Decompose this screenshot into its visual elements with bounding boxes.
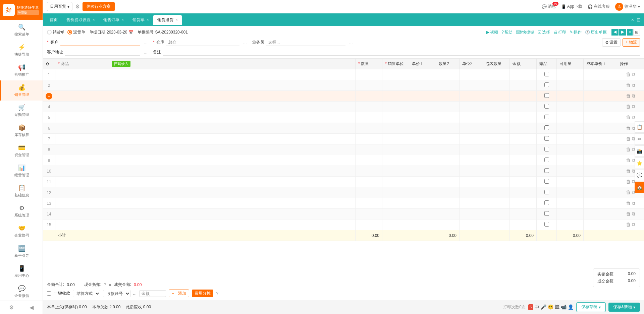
tab-home[interactable]: 首页 bbox=[46, 15, 62, 25]
copy-icon-3[interactable]: ⧉ bbox=[632, 93, 635, 99]
sidebar-item-apps[interactable]: 📱 应用中心 bbox=[0, 261, 43, 281]
imtool-mic[interactable]: 🎤 bbox=[541, 304, 546, 310]
tab-price-settings-close[interactable]: × bbox=[93, 18, 95, 22]
delete-icon-1[interactable]: 🗑 bbox=[626, 72, 631, 77]
th-gear[interactable]: ⚙ bbox=[43, 59, 55, 69]
gift-checkbox-1[interactable] bbox=[544, 72, 549, 76]
imtool-user[interactable]: 👤 bbox=[568, 304, 574, 310]
delete-icon-13[interactable]: 🗑 bbox=[626, 200, 631, 206]
sidebar-item-inventory[interactable]: 📦 库存核算 bbox=[0, 121, 43, 141]
tool-shortcuts[interactable]: ⌨ 快捷键 bbox=[516, 29, 534, 35]
customer-input[interactable] bbox=[60, 39, 140, 46]
imtool-s[interactable]: S bbox=[528, 304, 533, 310]
gift-checkbox-4[interactable] bbox=[544, 104, 549, 109]
right-icon-camera[interactable]: 📸 bbox=[635, 145, 644, 157]
delete-icon-9[interactable]: 🗑 bbox=[626, 158, 631, 163]
sidebar-item-collab[interactable]: 🤝 企业协同 bbox=[0, 221, 43, 241]
tool-history[interactable]: 🕐 历史单据 bbox=[585, 29, 607, 35]
topbar-gear-btn[interactable]: ⚙ bbox=[75, 3, 80, 10]
imtool-video2[interactable]: 📹 bbox=[561, 304, 567, 310]
save-new-button[interactable]: 保存&新增 ▾ bbox=[608, 303, 640, 312]
settings-btn[interactable]: ⚙ 设置 bbox=[602, 38, 621, 47]
settlement-select[interactable]: 结算方式 bbox=[73, 290, 100, 297]
sidebar-item-system[interactable]: ⚙ 系统管理 bbox=[0, 201, 43, 221]
user-menu[interactable]: 徐 徐泽华 ▾ bbox=[615, 3, 640, 11]
customer-picker-btn[interactable]: ... bbox=[144, 40, 148, 45]
gift-checkbox-8[interactable] bbox=[544, 147, 549, 151]
save-draft-button[interactable]: 保存草稿 ▾ bbox=[576, 302, 606, 312]
imtool-img[interactable]: 🖼 bbox=[555, 304, 559, 310]
warehouse-input[interactable] bbox=[166, 39, 239, 46]
sidebar-item-guide[interactable]: 🆕 新手引导 bbox=[0, 241, 43, 261]
sidebar-item-finance[interactable]: 💳 资金管理 bbox=[0, 141, 43, 161]
scan-button[interactable]: 扫码录入 bbox=[112, 61, 130, 67]
costprice-info-icon[interactable]: ℹ bbox=[603, 61, 605, 66]
tool-video[interactable]: ▶ 视频 bbox=[486, 29, 498, 35]
right-icon-edit[interactable]: ✏ bbox=[635, 133, 644, 145]
gift-checkbox-15[interactable] bbox=[544, 222, 549, 227]
sidebar-item-sales[interactable]: 💰 销售管理 bbox=[0, 80, 43, 101]
tab-sales-close[interactable]: × bbox=[147, 18, 149, 22]
delete-icon-3[interactable]: 🗑 bbox=[626, 93, 631, 99]
sidebar-item-operation[interactable]: 📊 经营管理 bbox=[0, 161, 43, 181]
copy-icon-5[interactable]: ⧉ bbox=[632, 115, 635, 120]
right-icon-clipboard[interactable]: 📋 bbox=[635, 121, 644, 133]
delete-icon-14[interactable]: 🗑 bbox=[626, 211, 631, 217]
gift-checkbox-12[interactable] bbox=[544, 190, 549, 194]
tool-select[interactable]: ☑ 选择 bbox=[538, 29, 550, 35]
gift-checkbox-5[interactable] bbox=[544, 115, 549, 119]
discount-info-icon[interactable]: ? bbox=[104, 282, 106, 287]
staff-input[interactable] bbox=[266, 39, 345, 46]
staff-picker-btn[interactable]: ... bbox=[349, 40, 353, 45]
tab-sales-order-close[interactable]: × bbox=[121, 18, 123, 22]
delete-icon-5[interactable]: 🗑 bbox=[626, 115, 631, 120]
fee-help-icon[interactable]: ? bbox=[216, 291, 218, 296]
tab-price-settings[interactable]: 售价提取设置 × bbox=[62, 15, 99, 25]
warehouse-picker-btn[interactable]: ... bbox=[243, 40, 247, 45]
tab-sales-return-close[interactable]: × bbox=[175, 18, 177, 22]
add-payment-btn[interactable]: + + 添加 bbox=[169, 290, 189, 297]
copy-icon-14[interactable]: ⧉ bbox=[632, 211, 635, 217]
right-icon-home[interactable]: 🏠 bbox=[635, 182, 644, 193]
right-icon-star[interactable]: ⭐ bbox=[635, 158, 644, 169]
gift-checkbox-9[interactable] bbox=[544, 158, 549, 162]
sidebar-item-search[interactable]: 🔍 搜索菜单 bbox=[0, 20, 43, 40]
next-page-btn[interactable]: ▶ bbox=[619, 29, 626, 36]
copy-icon-13[interactable]: ⧉ bbox=[632, 200, 635, 206]
address-picker-btn[interactable]: ... bbox=[144, 50, 148, 55]
gift-checkbox-14[interactable] bbox=[544, 211, 549, 216]
tool-help[interactable]: ? 帮助 bbox=[501, 29, 513, 35]
tab-close-all-btn[interactable]: × bbox=[631, 16, 635, 23]
sidebar-item-marketing[interactable]: 📢 营销推广 bbox=[0, 60, 43, 80]
prev-page-btn[interactable]: ◀ bbox=[611, 29, 619, 36]
gift-checkbox-2[interactable] bbox=[544, 82, 549, 87]
tab-expand-btn[interactable]: ⊡ bbox=[636, 16, 641, 23]
app-download-link[interactable]: 📱 App下载 bbox=[561, 4, 582, 9]
logistics-btn[interactable]: + 物流 bbox=[623, 38, 640, 47]
product-input-3[interactable] bbox=[58, 93, 106, 99]
delete-icon-8[interactable]: 🗑 bbox=[626, 147, 631, 152]
radio-return[interactable]: 退货单 bbox=[67, 29, 85, 35]
delete-icon-12[interactable]: 🗑 bbox=[626, 190, 631, 195]
gift-checkbox-6[interactable] bbox=[544, 125, 549, 130]
imtool-emoji[interactable]: 😊 bbox=[548, 304, 553, 310]
tool-operate[interactable]: ✎ 操作 bbox=[570, 29, 582, 35]
gift-checkbox-13[interactable] bbox=[544, 200, 549, 205]
sidebar-item-quicknav[interactable]: ⚡ 快捷导航 bbox=[0, 40, 43, 60]
sidebar-collapse-btn[interactable]: ◀ bbox=[30, 304, 34, 311]
radio-sales[interactable]: 销货单 bbox=[47, 29, 65, 35]
copy-icon-2[interactable]: ⧉ bbox=[632, 82, 635, 88]
copy-icon-15[interactable]: ⧉ bbox=[632, 222, 635, 228]
sidebar-settings-btn[interactable]: ⚙ bbox=[9, 304, 14, 311]
delete-icon-6[interactable]: 🗑 bbox=[626, 125, 631, 131]
sidebar-item-purchase[interactable]: 🛒 采购管理 bbox=[0, 101, 43, 121]
sidebar-item-wechat[interactable]: 💬 企业微信 bbox=[0, 281, 43, 301]
tool-print[interactable]: 🖨 打印 bbox=[553, 29, 566, 35]
product-cell[interactable] bbox=[55, 69, 109, 80]
delete-icon-2[interactable]: 🗑 bbox=[626, 82, 631, 88]
gift-checkbox-10[interactable] bbox=[544, 168, 549, 173]
add-row-button[interactable]: + bbox=[46, 93, 52, 100]
message-badge[interactable]: 💬 消息 70 bbox=[542, 4, 556, 9]
experience-button[interactable]: 体验行业方案 bbox=[83, 2, 115, 11]
imtool-cn[interactable]: 中 bbox=[535, 304, 539, 310]
